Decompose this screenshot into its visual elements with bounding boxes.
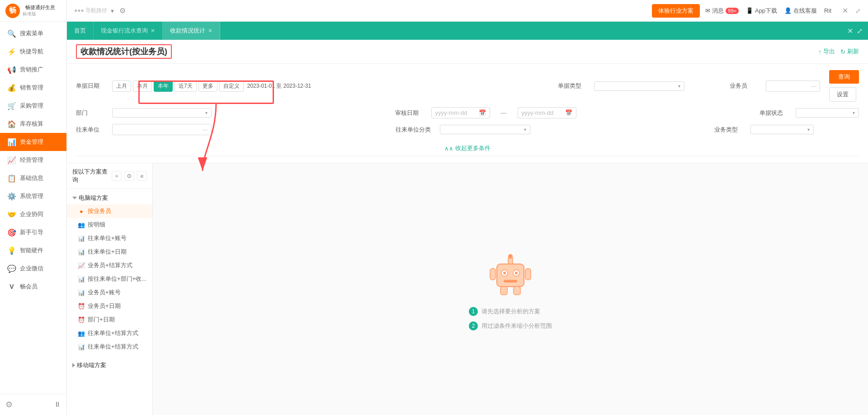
svg-rect-9 [490, 269, 495, 280]
sidebar-item-search-menu[interactable]: 🔍 搜索菜单 [0, 24, 66, 42]
logo-icon: 畅 [5, 4, 20, 18]
scheme-item-by-salesperson[interactable]: ● 按业务员 [67, 204, 152, 218]
status-chevron-icon: ▾ [853, 110, 855, 115]
sidebar-item-inventory[interactable]: 🏠 库存核算 [0, 115, 66, 133]
svg-rect-6 [504, 280, 517, 283]
online-service-btn[interactable]: 👤 在线客服 [784, 7, 817, 15]
date-btn-7days[interactable]: 近7天 [175, 80, 197, 92]
date-separator: — [501, 109, 507, 116]
tabbar: 首页 现金银行流水查询 ✕ 收款情况统计 ✕ ✕ ⤢ [67, 22, 868, 40]
sidebar-item-guide[interactable]: 🎯 新手引导 [0, 223, 66, 241]
scheme-item-salesperson-date[interactable]: ⏰ 业务员+日期 [67, 299, 152, 313]
scheme-item-salesperson-account[interactable]: 📊 业务员+账号 [67, 286, 152, 299]
business-type-select[interactable]: ▾ [750, 125, 814, 134]
scheme-item-partner-settle1[interactable]: 👥 往来单位+结算方式 [67, 326, 152, 340]
scheme-item-partner-dept-collect[interactable]: 📊 按往来单位+部门+收... [67, 272, 152, 286]
scheme-settings-btn[interactable]: ⚙ [124, 171, 134, 181]
scheme-item-label: 往来单位+日期 [88, 248, 127, 256]
voucher-type-select[interactable]: ▾ [594, 81, 684, 91]
dept-select[interactable]: ▾ [112, 108, 212, 118]
sidebar-item-purchase[interactable]: 🛒 采购管理 [0, 97, 66, 115]
scheme-item-salesperson-settle[interactable]: 📈 业务员+结算方式 [67, 259, 152, 272]
scheme-item-label: 按往来单位+部门+收... [88, 275, 146, 283]
sidebar-item-sales[interactable]: 💰 销售管理 [0, 79, 66, 97]
filter-settings-btn[interactable]: 设置 [829, 87, 856, 102]
date-btn-more[interactable]: 更多 [198, 80, 217, 92]
tab-bank-flow[interactable]: 现金银行流水查询 ✕ [94, 22, 163, 40]
salesperson-select[interactable]: ··· [766, 80, 820, 92]
date-btn-last-month[interactable]: 上月 [112, 80, 131, 92]
sidebar-nav: 🔍 搜索菜单 ⚡ 快捷导航 📢 营销推广 💰 销售管理 🛒 采购管理 🏠 库存核… [0, 22, 66, 394]
collapse-icon: ∧∧ [444, 145, 453, 152]
audit-date-end-input[interactable]: yyyy-mm-dd 📅 [518, 107, 576, 118]
partner-select[interactable]: ··· [112, 124, 212, 135]
date-btn-custom[interactable]: 自定义 [219, 80, 244, 92]
scheme-item-by-detail[interactable]: 👥 按明细 [67, 218, 152, 231]
settings-gear-icon[interactable]: ⚙ [5, 400, 13, 410]
query-btn[interactable]: 查询 [829, 70, 859, 84]
audit-date-start-input[interactable]: yyyy-mm-dd 📅 [431, 107, 490, 118]
sidebar-item-label: 新手引导 [20, 228, 43, 236]
sidebar-item-wechat[interactable]: 💬 企业微信 [0, 259, 66, 278]
left-panel-title: 按以下方案查询 [72, 168, 112, 184]
sidebar-item-operations[interactable]: 📈 经营管理 [0, 151, 66, 169]
scheme-item-partner-date[interactable]: 📊 往来单位+日期 [67, 245, 152, 259]
tab-close-all-icon[interactable]: ✕ [847, 27, 853, 35]
message-badge: 99+ [726, 8, 739, 14]
sidebar-item-marketing[interactable]: 📢 营销推广 [0, 61, 66, 79]
sidebar: 畅 畅捷通好生意 标准版 🔍 搜索菜单 ⚡ 快捷导航 📢 营销推广 💰 销售管理… [0, 0, 67, 415]
sidebar-item-label: 营销推广 [20, 66, 43, 74]
logo-area: 畅 畅捷通好生意 标准版 [0, 0, 66, 22]
filter-panel: 单据日期 上月 本月 本年 近7天 更多 自定义 2023-01-01 至 20… [67, 64, 868, 163]
partner-category-label: 往来单位分类 [396, 126, 431, 134]
audit-date-label: 审核日期 [395, 109, 422, 117]
mobile-group-label: 移动端方案 [77, 361, 106, 369]
collection-stats-tab-close[interactable]: ✕ [208, 28, 212, 34]
hardware-icon: 💡 [7, 246, 16, 255]
bank-flow-tab-close[interactable]: ✕ [151, 28, 155, 34]
mobile-scheme-group: 移动端方案 [67, 356, 152, 374]
sidebar-item-quick-nav[interactable]: ⚡ 快捷导航 [0, 42, 66, 61]
app-download-btn[interactable]: 📱 App下载 [746, 7, 777, 15]
scheme-item-label: 业务员+日期 [88, 302, 121, 310]
svg-point-5 [515, 272, 518, 274]
window-close-btn[interactable]: ✕ [842, 6, 848, 15]
voucher-status-select[interactable]: ▾ [796, 108, 859, 118]
tab-home[interactable]: 首页 [67, 22, 94, 40]
scheme-item-partner-account[interactable]: 📊 往来单位+账号 [67, 231, 152, 245]
tab-fullscreen-icon[interactable]: ⤢ [857, 27, 863, 35]
scheme-item-dept-date[interactable]: ⏰ 部门+日期 [67, 313, 152, 326]
search-menu-icon: 🔍 [7, 29, 16, 38]
partner-category-select[interactable]: ▾ [440, 125, 530, 134]
date-btn-this-month[interactable]: 本月 [133, 80, 152, 92]
desktop-scheme-group-title[interactable]: 电脑端方案 [67, 192, 152, 204]
sidebar-item-basic[interactable]: 📋 基础信息 [0, 169, 66, 187]
export-btn[interactable]: ↑ 导出 [819, 47, 835, 56]
scheme-item-partner-settle2[interactable]: 📊 往来单位+结算方式 [67, 340, 152, 354]
filter-row-3: 往来单位 ··· 往来单位分类 ▾ 业务类型 ▾ [76, 124, 859, 135]
message-btn[interactable]: ✉ 消息 99+ [705, 7, 739, 15]
sidebar-item-vip[interactable]: V 畅会员 [0, 278, 66, 296]
dept-chevron-icon: ▾ [205, 110, 208, 115]
mobile-scheme-group-title[interactable]: 移动端方案 [67, 359, 152, 372]
calendar-end-icon: 📅 [565, 109, 572, 116]
sidebar-item-hardware[interactable]: 💡 智能硬件 [0, 241, 66, 259]
wechat-icon: 💬 [7, 264, 16, 273]
username-label: Rit [824, 7, 831, 14]
partner-date-icon: 📊 [78, 248, 85, 255]
add-scheme-btn[interactable]: + [112, 171, 122, 181]
tab-collection-stats[interactable]: 收款情况统计 ✕ [163, 22, 220, 40]
window-maximize-btn[interactable]: ⤢ [855, 7, 861, 14]
sidebar-item-system[interactable]: ⚙️ 系统管理 [0, 187, 66, 205]
collapse-bar[interactable]: ∧∧ 收起更多条件 [76, 141, 859, 156]
sidebar-item-finance[interactable]: 📊 资金管理 [0, 133, 66, 151]
sidebar-item-corp[interactable]: 🤝 企业协同 [0, 205, 66, 223]
date-btn-this-year[interactable]: 本年 [154, 80, 173, 92]
nav-dropdown-btn[interactable]: ▾ [111, 7, 114, 14]
panel-collapse-btn[interactable]: « [137, 171, 147, 181]
topbar-settings-icon[interactable]: ⚙ [119, 6, 126, 15]
refresh-btn[interactable]: ↻ 刷新 [840, 47, 859, 56]
trial-btn[interactable]: 体验行业方案 [652, 4, 700, 18]
sidebar-item-label: 企业协同 [20, 210, 43, 218]
sidebar-collapse-btn[interactable]: ⏸ [54, 401, 61, 409]
